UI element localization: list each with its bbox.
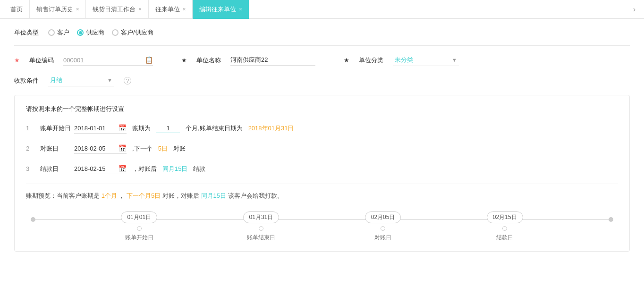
radio-supplier[interactable]: 供应商 — [77, 28, 104, 37]
period-config-section: 请按照未来的一个完整帐期进行设置 1 账单开始日 📅 账期为 个月,账单结束日期… — [14, 95, 630, 252]
timeline-label-4: 结款日 — [496, 234, 513, 242]
radio-customer-supplier-circle — [112, 29, 119, 36]
tab-edit-contact-close[interactable]: × — [239, 7, 242, 12]
row-mid-text-3: ，对账后 — [132, 165, 157, 173]
tab-cash-work[interactable]: 钱货日清工作台 × — [86, 0, 148, 19]
preview-suffix: 该客户会给我打款。 — [228, 192, 283, 199]
row-num-3: 3 — [26, 165, 34, 172]
row-highlight-3: 同月15日 — [162, 165, 187, 173]
unit-category-select[interactable]: 未分类 ▼ — [393, 54, 459, 66]
row-field-label-1: 账单开始日 — [40, 124, 68, 133]
unit-category-label: 单位分类 — [359, 56, 383, 65]
timeline-label-3: 对账日 — [374, 234, 391, 242]
unit-code-icon[interactable]: 📋 — [145, 56, 153, 64]
timeline-dot-2 — [259, 226, 263, 231]
preview-highlight2: 下一个月5日 — [127, 192, 161, 199]
row-highlight-2: 5日 — [158, 144, 168, 153]
payment-terms-arrow-icon: ▼ — [107, 77, 112, 83]
timeline-badge-1: 01月01日 — [121, 211, 157, 223]
tab-cash-work-label: 钱货日清工作台 — [93, 5, 136, 14]
unit-name-label: 单位名称 — [196, 56, 221, 65]
cal-icon-2[interactable]: 📅 — [119, 144, 127, 152]
tab-home[interactable]: 首页 — [4, 0, 30, 19]
date-input-1[interactable]: 📅 — [74, 123, 127, 134]
tab-sales-history[interactable]: 销售订单历史 × — [30, 0, 86, 19]
unit-category-value: 未分类 — [395, 56, 452, 64]
unit-type-row: 单位类型 客户 供应商 客户/供应商 — [14, 28, 630, 37]
row-num-2: 2 — [26, 145, 34, 152]
timeline-dot-1 — [137, 226, 142, 231]
timeline-badge-4: 02月15日 — [487, 211, 523, 223]
tab-home-label: 首页 — [10, 5, 23, 14]
preview-text: 账期预览：当前客户账期是 1个月 ， 下一个月5日 对账，对账后 同月15日 该… — [26, 192, 618, 200]
payment-terms-help-icon[interactable]: ? — [124, 77, 131, 84]
timeline: 01月01日 账单开始日 01月31日 账单结束日 02月05日 — [31, 211, 613, 242]
row-highlight-1: 2018年01月31日 — [248, 124, 294, 133]
timeline-dot-3 — [381, 226, 385, 231]
preview-highlight1: 1个月 — [102, 192, 117, 199]
unit-code-required-star: ★ — [14, 57, 20, 64]
tab-contacts[interactable]: 往来单位 × — [149, 0, 193, 19]
timeline-start-dot-group — [31, 211, 35, 222]
unit-name-input[interactable] — [230, 57, 310, 64]
timeline-label-2: 账单结束日 — [247, 234, 275, 242]
timeline-point-2-group: 01月31日 账单结束日 — [243, 211, 280, 242]
unit-category-required-star: ★ — [344, 57, 349, 64]
row-suffix-2: 对账 — [173, 144, 186, 153]
payment-terms-select[interactable]: 月结 ▼ — [48, 75, 114, 86]
tab-sales-history-close[interactable]: × — [76, 7, 79, 12]
date-input-2[interactable]: 📅 — [74, 143, 127, 154]
timeline-points: 01月01日 账单开始日 01月31日 账单结束日 02月05日 — [31, 211, 613, 242]
unit-code-field[interactable]: 📋 — [63, 55, 153, 66]
cal-icon-1[interactable]: 📅 — [119, 124, 127, 132]
divider1 — [14, 45, 630, 46]
tab-contacts-close[interactable]: × — [183, 7, 186, 12]
timeline-point-1-group: 01月01日 账单开始日 — [121, 211, 157, 242]
radio-customer-supplier-label: 客户/供应商 — [121, 28, 153, 37]
preview-highlight3: 同月15日 — [201, 192, 226, 199]
timeline-label-1: 账单开始日 — [125, 234, 153, 242]
unit-code-input[interactable] — [63, 57, 143, 64]
period-input-1[interactable] — [156, 124, 180, 133]
tab-edit-contact[interactable]: 编辑往来单位 × — [193, 0, 249, 19]
timeline-badge-2: 01月31日 — [243, 211, 280, 223]
date-value-3[interactable] — [74, 165, 117, 172]
tabs-bar: 首页 销售订单历史 × 钱货日清工作台 × 往来单位 × 编辑往来单位 × › — [0, 0, 644, 19]
row-mid-text-1: 账期为 — [132, 124, 151, 133]
row-suffix-3: 结款 — [193, 165, 205, 173]
section-divider — [26, 184, 618, 184]
tab-sales-history-label: 销售订单历史 — [36, 5, 73, 14]
timeline-point-4-group: 02月15日 结款日 — [487, 211, 523, 242]
row-mid-text-2: ,下一个 — [132, 144, 153, 153]
payment-terms-row: 收款条件 月结 ▼ ? — [14, 75, 630, 86]
radio-customer[interactable]: 客户 — [48, 28, 69, 37]
radio-customer-supplier[interactable]: 客户/供应商 — [112, 28, 153, 37]
unit-fields-row: ★ 单位编码 📋 ★ 单位名称 ★ 单位分类 未分类 ▼ — [14, 54, 630, 66]
date-value-1[interactable] — [74, 125, 117, 132]
page-content: 单位类型 客户 供应商 客户/供应商 ★ 单位编码 📋 ★ 单位名称 — [0, 19, 644, 287]
radio-customer-label: 客户 — [57, 28, 69, 37]
config-row-2: 2 对账日 📅 ,下一个 5日 对账 — [26, 143, 618, 154]
timeline-start-dot — [31, 217, 35, 222]
payment-terms-label: 收款条件 — [14, 76, 39, 85]
unit-category-arrow-icon: ▼ — [452, 57, 457, 63]
radio-supplier-circle — [77, 29, 84, 36]
date-input-3[interactable]: 📅 — [74, 163, 127, 174]
unit-name-field[interactable] — [230, 55, 315, 66]
unit-code-label: 单位编码 — [29, 56, 54, 65]
section-title: 请按照未来的一个完整帐期进行设置 — [26, 105, 618, 113]
row-num-1: 1 — [26, 125, 34, 132]
unit-name-required-star: ★ — [181, 57, 187, 64]
timeline-end-dot — [609, 217, 613, 222]
preview-mid1: ， — [119, 192, 125, 199]
row-suffix-1: 个月,账单结束日期为 — [186, 124, 243, 133]
date-value-2[interactable] — [74, 145, 117, 152]
tab-edit-contact-label: 编辑往来单位 — [199, 5, 236, 14]
tabs-expander[interactable]: › — [628, 5, 640, 14]
unit-type-radio-group: 客户 供应商 客户/供应商 — [48, 28, 153, 37]
cal-icon-3[interactable]: 📅 — [119, 165, 127, 172]
row-field-label-2: 对账日 — [40, 144, 68, 153]
row-field-label-3: 结款日 — [40, 165, 68, 173]
radio-customer-circle — [48, 29, 55, 36]
tab-cash-work-close[interactable]: × — [138, 7, 141, 12]
